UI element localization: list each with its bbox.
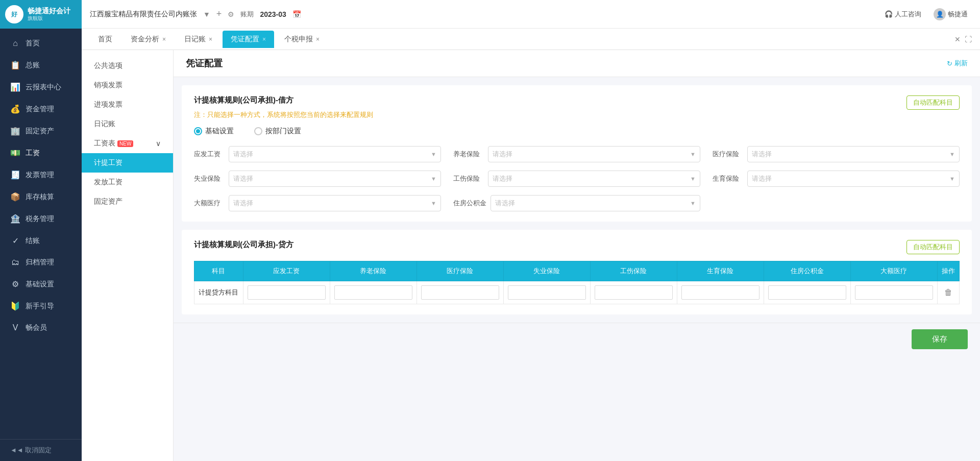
form-label-yfgz: 应发工资 [194,150,225,159]
sidebar-item-vip[interactable]: V畅会员 [0,317,82,338]
sidebar-item-assets[interactable]: 🏢固定资产 [0,120,82,142]
sidebar-item-reports[interactable]: 📊云报表中心 [0,76,82,98]
tab-funds[interactable]: 资金分析× [122,31,174,48]
sidebar-item-basic[interactable]: ⚙基础设置 [0,273,82,295]
sidebar-logo: 好 畅捷通好会计 旗舰版 [0,0,82,29]
select-placeholder-zfgjj: 请选择 [495,199,515,208]
select-arrow-ylbx: ▼ [690,151,696,157]
cell-0-2[interactable] [416,281,503,304]
dropdown-icon[interactable]: ▼ [203,10,210,18]
cell-0-4[interactable] [590,281,677,304]
cell-0-6[interactable] [764,281,850,304]
form-select-dayl[interactable]: 请选择 ▼ [229,195,441,211]
sidebar-footer[interactable]: ◄◄ 取消固定 [0,439,82,461]
cell-0-1[interactable] [330,281,416,304]
form-select-ylbx[interactable]: 请选择 ▼ [488,146,700,162]
calendar-icon[interactable]: 📅 [292,10,301,18]
sub-nav-item-salary_table[interactable]: 工资表NEW∨ [82,134,173,153]
tab-voucher[interactable]: 凭证配置× [223,31,274,48]
refresh-button[interactable]: ↻ 刷新 [947,59,968,68]
select-arrow-zfgjj: ▼ [690,200,696,206]
tab-home[interactable]: 首页 [90,31,120,48]
auto-match-credit-button[interactable]: 自动匹配科目 [906,240,960,254]
auto-match-debit-button[interactable]: 自动匹配科目 [906,95,960,110]
form-label-zfgjj: 住房公积金 [453,199,486,208]
sidebar-item-inventory[interactable]: 📦库存核算 [0,186,82,208]
logo-sub: 旗舰版 [28,15,70,22]
form-select-yfgz[interactable]: 请选择 ▼ [229,146,441,162]
sidebar-item-guide[interactable]: 🔰新手引导 [0,295,82,317]
radio-basic[interactable]: 基础设置 [194,127,234,136]
form-select-gsbx[interactable]: 请选择 ▼ [488,171,700,187]
delete-row-icon[interactable]: 🗑 [944,288,952,297]
sub-nav-item-purchase[interactable]: 进项发票 [82,95,173,114]
tab-close-tax[interactable]: × [316,36,320,43]
sidebar-item-salary[interactable]: 💵工资 [0,142,82,164]
expand-window-icon[interactable]: ⛶ [965,35,972,43]
sub-nav-item-sales[interactable]: 销项发票 [82,76,173,95]
form-item-ylbx: 养老保险 请选择 ▼ [453,146,700,162]
radio-by-dept[interactable]: 按部门设置 [254,127,301,136]
cell-input-0-5[interactable] [681,285,760,300]
tab-diary[interactable]: 日记账× [176,31,220,48]
form-label-sybx: 失业保险 [194,174,225,183]
nav-icon-settle: ✓ [10,236,20,246]
user-area[interactable]: 👤 畅捷通 [929,6,972,22]
add-button[interactable]: + [216,9,222,19]
select-placeholder-ylbx2: 请选择 [752,150,772,159]
cell-0-5[interactable] [677,281,764,304]
nav-label-archive: 归档管理 [26,258,54,267]
close-window-icon[interactable]: ✕ [954,35,961,43]
sub-nav-item-calc_salary[interactable]: 计提工资 [82,153,173,173]
cell-0-3[interactable] [503,281,590,304]
sidebar-item-home[interactable]: ⌂首页 [0,33,82,54]
form-grid-debit: 应发工资 请选择 ▼ 养老保险 请选择 ▼ 医疗保险 请选择 ▼ 失业保险 请选… [194,146,960,211]
tab-tax[interactable]: 个税申报× [276,31,328,48]
cell-input-0-1[interactable] [334,285,412,300]
sidebar-item-invoice_mgr[interactable]: 🧾发票管理 [0,164,82,186]
select-arrow-sybx2: ▼ [949,176,955,182]
nav-icon-inventory: 📦 [10,192,20,202]
form-select-sybx2[interactable]: 请选择 ▼ [747,171,960,187]
col-header-失业保险: 失业保险 [503,261,590,281]
sub-nav-item-pay_salary[interactable]: 发放工资 [82,173,173,192]
service-button[interactable]: 🎧 人工咨询 [880,8,925,21]
badge-salary_table: NEW [117,140,133,147]
form-item-gsbx: 工伤保险 请选择 ▼ [453,171,700,187]
sidebar-item-tax[interactable]: 🏦税务管理 [0,208,82,230]
cell-input-0-6[interactable] [768,285,846,300]
settings-icon[interactable]: ⚙ [228,10,234,18]
sub-nav-item-public[interactable]: 公共选项 [82,56,173,76]
tab-close-voucher[interactable]: × [262,36,266,43]
cell-input-0-3[interactable] [508,285,586,300]
sub-nav-item-fixed_assets[interactable]: 固定资产 [82,192,173,211]
cell-0-7[interactable] [850,281,937,304]
sidebar: 好 畅捷通好会计 旗舰版 ⌂首页📋总账📊云报表中心💰资金管理🏢固定资产💵工资🧾发… [0,0,82,461]
company-name[interactable]: 江西服宝精品有限责任公司内账张 [90,10,197,19]
form-select-sybx[interactable]: 请选择 ▼ [229,171,441,187]
sidebar-item-settle[interactable]: ✓结账 [0,230,82,252]
cell-action-0[interactable]: 🗑 [937,281,959,304]
tab-close-diary[interactable]: × [209,36,212,43]
sub-nav-label-calc_salary: 计提工资 [94,158,122,166]
logo-icon: 好 [5,5,23,23]
form-select-ylbx2[interactable]: 请选择 ▼ [747,146,960,162]
tab-label-home: 首页 [98,35,112,44]
tab-close-funds[interactable]: × [162,36,166,43]
sub-nav-item-diary[interactable]: 日记账 [82,114,173,134]
cell-input-0-2[interactable] [421,285,499,300]
cell-input-0-0[interactable] [248,285,326,300]
form-select-zfgjj[interactable]: 请选择 ▼ [491,195,700,211]
form-item-sybx: 失业保险 请选择 ▼ [194,171,441,187]
save-button[interactable]: 保存 [912,329,968,349]
col-header-工伤保险: 工伤保险 [590,261,677,281]
sub-nav-label-sales: 销项发票 [94,81,122,89]
cell-input-0-4[interactable] [595,285,673,300]
nav-icon-reports: 📊 [10,82,20,92]
col-header-养老保险: 养老保险 [330,261,416,281]
cell-0-0[interactable] [243,281,330,304]
sidebar-item-ledger[interactable]: 📋总账 [0,54,82,76]
cell-input-0-7[interactable] [855,285,933,300]
sidebar-item-funds[interactable]: 💰资金管理 [0,98,82,120]
sidebar-item-archive[interactable]: 🗂归档管理 [0,252,82,273]
